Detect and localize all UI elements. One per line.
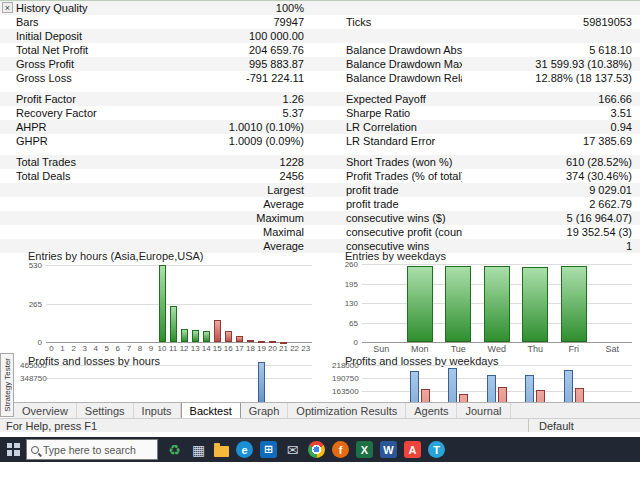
orange-app-icon[interactable]: A xyxy=(404,441,421,458)
x-tick-label: 11 xyxy=(168,344,179,353)
chart-plot xyxy=(46,365,312,402)
stat-label: Sharpe Ratio xyxy=(346,107,462,119)
stat-value: Maximum xyxy=(166,212,304,224)
task-view-icon[interactable]: ▦ xyxy=(190,441,207,458)
stat-label: Bars xyxy=(16,16,166,28)
stat-label: Balance Drawdown Absolute xyxy=(346,44,462,56)
stat-value: 2 662.79 xyxy=(462,198,632,210)
chart-bar xyxy=(407,266,433,342)
chart-title: Entries by weekdays xyxy=(345,250,446,262)
table-row: Gross Profit995 883.87Balance Drawdown M… xyxy=(0,57,640,71)
mail-icon[interactable]: ✉ xyxy=(284,441,301,458)
y-tick-label: 465000 xyxy=(20,361,42,370)
stat-label: GHPR xyxy=(16,135,166,147)
x-tick-label: 9 xyxy=(145,344,156,353)
strategy-tester-tab[interactable]: Strategy Tester xyxy=(0,353,14,417)
x-tick-label: Sat xyxy=(593,344,632,354)
taskbar: ♻▦e⊞✉fXWAT xyxy=(0,437,640,462)
x-tick-label: 5 xyxy=(101,344,112,353)
stat-label: Ticks xyxy=(346,16,462,28)
stat-label: Balance Drawdown Relative xyxy=(346,72,462,84)
tab-backtest[interactable]: Backtest xyxy=(181,403,241,418)
chart-bar xyxy=(459,394,468,402)
stat-label: LR Correlation xyxy=(346,121,462,133)
chart-bar xyxy=(247,340,254,342)
stat-value: 1228 xyxy=(166,156,304,168)
x-tick-label: Sun xyxy=(362,344,401,354)
stat-value: 5 618.10 xyxy=(462,44,632,56)
tab-journal[interactable]: Journal xyxy=(457,403,510,418)
stat-value: 31 599.93 (10.38%) xyxy=(462,58,632,70)
stat-label: History Quality xyxy=(16,2,166,14)
chart-bar xyxy=(410,371,419,402)
tab-bar: Overview Settings Inputs Backtest Graph … xyxy=(14,402,640,418)
stat-value: 100 000.00 xyxy=(166,30,304,42)
chart-bar xyxy=(498,387,507,402)
stat-value: 1.0009 (0.09%) xyxy=(166,135,304,147)
word-icon[interactable]: W xyxy=(380,441,397,458)
table-row: Averageprofit trade2 662.79 xyxy=(0,197,640,211)
x-tick-label: 8 xyxy=(134,344,145,353)
table-row: Maximumconsecutive wins ($)5 (16 964.07) xyxy=(0,211,640,225)
stat-value: 59819053 xyxy=(462,16,632,28)
y-tick-label: 0 xyxy=(332,338,358,347)
stat-label: Balance Drawdown Maximal xyxy=(346,58,462,70)
recycle-bin-icon[interactable]: ♻ xyxy=(166,441,183,458)
stat-value: 1.0010 (0.10%) xyxy=(166,121,304,133)
chrome-icon[interactable] xyxy=(308,441,325,458)
stat-label: AHPR xyxy=(16,121,166,133)
grid-line xyxy=(362,365,632,366)
firefox-icon[interactable]: f xyxy=(332,441,349,458)
table-row: AHPR1.0010 (0.10%)LR Correlation0.94 xyxy=(0,120,640,134)
stat-value: 0.94 xyxy=(462,121,632,133)
start-button[interactable] xyxy=(0,437,26,462)
x-tick-label: Wed xyxy=(478,344,517,354)
close-panel-button[interactable]: × xyxy=(2,2,13,13)
chart-bar xyxy=(181,329,188,342)
chart-bar xyxy=(484,266,510,342)
stat-label: profit trade xyxy=(346,198,462,210)
stat-label: Initial Deposit xyxy=(16,30,166,42)
chart-bar xyxy=(258,341,265,343)
tab-inputs[interactable]: Inputs xyxy=(134,403,181,418)
file-explorer-icon[interactable] xyxy=(214,446,229,457)
chart-bar xyxy=(421,389,430,402)
y-tick-label: 130 xyxy=(332,299,358,308)
stat-value: Largest xyxy=(166,184,304,196)
profits-losses-by-weekdays-chart: Profits and losses by weekdays 218000190… xyxy=(332,355,638,402)
stat-value: 610 (28.52%) xyxy=(462,156,632,168)
stat-label: consecutive wins ($) xyxy=(346,212,462,224)
taskbar-search[interactable] xyxy=(26,439,158,460)
tab-settings[interactable]: Settings xyxy=(77,403,134,418)
stat-label: Total Net Profit xyxy=(16,44,166,56)
x-tick-label: 10 xyxy=(157,344,168,353)
x-tick-label: 2 xyxy=(68,344,79,353)
tab-optimization-results[interactable]: Optimization Results xyxy=(288,403,406,418)
stat-value: 374 (30.46%) xyxy=(462,170,632,182)
excel-icon[interactable]: X xyxy=(356,441,373,458)
stat-value: Average xyxy=(166,198,304,210)
stat-label: LR Standard Error xyxy=(346,135,462,147)
x-tick-label: Fri xyxy=(555,344,594,354)
tab-overview[interactable]: Overview xyxy=(14,403,77,418)
y-tick-label: 218000 xyxy=(332,361,358,370)
chart-plot xyxy=(46,264,312,342)
profile-selector[interactable]: Default xyxy=(528,419,640,432)
telegram-icon[interactable]: T xyxy=(428,441,445,458)
grid-line xyxy=(46,378,312,379)
store-icon[interactable]: ⊞ xyxy=(260,441,277,458)
y-tick-label: 195 xyxy=(332,280,358,289)
table-row: Gross Loss-791 224.11Balance Drawdown Re… xyxy=(0,71,640,85)
x-tick-label: 4 xyxy=(90,344,101,353)
chart-title: Entries by hours (Asia,Europe,USA) xyxy=(28,250,203,262)
search-input[interactable] xyxy=(43,444,153,456)
grid-line xyxy=(362,342,632,343)
tab-graph[interactable]: Graph xyxy=(241,403,289,418)
edge-icon[interactable]: e xyxy=(236,441,253,458)
tab-agents[interactable]: Agents xyxy=(406,403,457,418)
table-row: GHPR1.0009 (0.09%)LR Standard Error17 38… xyxy=(0,134,640,148)
x-tick-label: 7 xyxy=(123,344,134,353)
table-row: Total Net Profit204 659.76Balance Drawdo… xyxy=(0,43,640,57)
table-row: Total Trades1228Short Trades (won %)610 … xyxy=(0,155,640,169)
chart-bar xyxy=(575,388,584,402)
